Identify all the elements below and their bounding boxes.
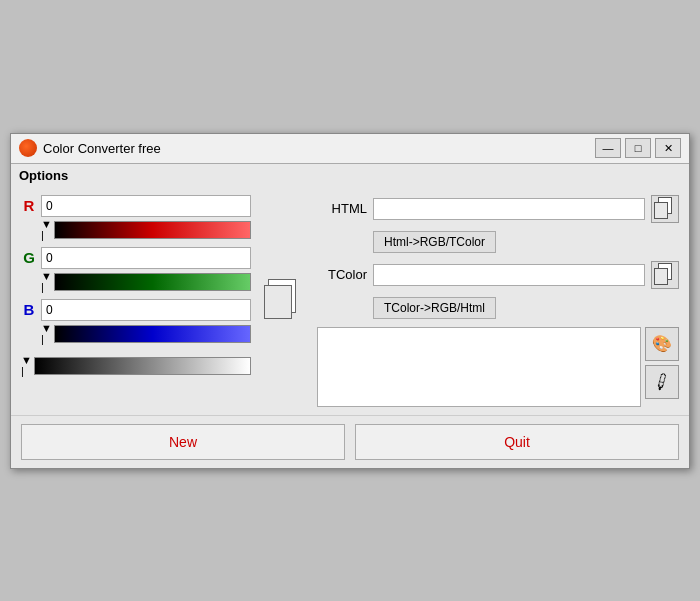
html-copy-icon [654,197,676,221]
eyedropper-button[interactable]: 🖊 [645,365,679,399]
blue-input-row: B [21,299,251,321]
blue-channel: B ▼| [21,299,251,345]
main-content: R ▼| G ▼| [11,187,689,415]
options-bar: Options [11,164,689,187]
red-label: R [21,197,37,214]
green-label: G [21,249,37,266]
palette-button[interactable]: 🎨 [645,327,679,361]
tcolor-copy-page2 [654,268,668,285]
tcolor-label: TColor [317,267,367,282]
copy-page2 [654,202,668,219]
minimize-button[interactable]: — [595,138,621,158]
html-copy-button[interactable] [651,195,679,223]
new-button[interactable]: New [21,424,345,460]
green-slider-row: ▼| [41,271,251,293]
options-label: Options [19,168,68,183]
palette-icon: 🎨 [652,334,672,353]
copy-to-right-button[interactable] [264,279,304,323]
brightness-section: ▼| [21,355,251,377]
app-window: Color Converter free — □ ✕ Options R ▼| [10,133,690,469]
html-label: HTML [317,201,367,216]
blue-track[interactable] [54,325,251,343]
eyedropper-icon: 🖊 [651,370,674,394]
red-input-row: R [21,195,251,217]
tcolor-input[interactable] [373,264,645,286]
tcolor-to-rgb-button[interactable]: TColor->RGB/Html [373,297,496,319]
red-track[interactable] [54,221,251,239]
red-slider-thumb: ▼| [41,219,52,241]
preview-section: 🎨 🖊 [317,327,679,407]
red-input[interactable] [41,195,251,217]
green-slider-thumb: ▼| [41,271,52,293]
blue-label: B [21,301,37,318]
green-input[interactable] [41,247,251,269]
right-panel: HTML Html->RGB/TColor TColor [317,195,679,407]
html-field-row: HTML [317,195,679,223]
tcolor-copy-button[interactable] [651,261,679,289]
preview-buttons: 🎨 🖊 [645,327,679,399]
bottom-bar: New Quit [11,415,689,468]
blue-slider-thumb: ▼| [41,323,52,345]
brightness-slider-row: ▼| [21,355,251,377]
quit-button[interactable]: Quit [355,424,679,460]
close-button[interactable]: ✕ [655,138,681,158]
maximize-button[interactable]: □ [625,138,651,158]
window-title: Color Converter free [43,141,595,156]
middle-panel [259,195,309,407]
titlebar: Color Converter free — □ ✕ [11,134,689,164]
window-controls: — □ ✕ [595,138,681,158]
blue-input[interactable] [41,299,251,321]
html-to-rgb-button[interactable]: Html->RGB/TColor [373,231,496,253]
left-panel: R ▼| G ▼| [21,195,251,407]
brightness-track[interactable] [34,357,251,375]
green-channel: G ▼| [21,247,251,293]
app-icon [19,139,37,157]
copy-page-front [264,285,292,319]
tcolor-copy-icon [654,263,676,287]
brightness-slider-thumb: ▼| [21,355,32,377]
blue-slider-row: ▼| [41,323,251,345]
green-track[interactable] [54,273,251,291]
red-slider-row: ▼| [41,219,251,241]
red-channel: R ▼| [21,195,251,241]
green-input-row: G [21,247,251,269]
tcolor-field-row: TColor [317,261,679,289]
color-preview [317,327,641,407]
html-input[interactable] [373,198,645,220]
